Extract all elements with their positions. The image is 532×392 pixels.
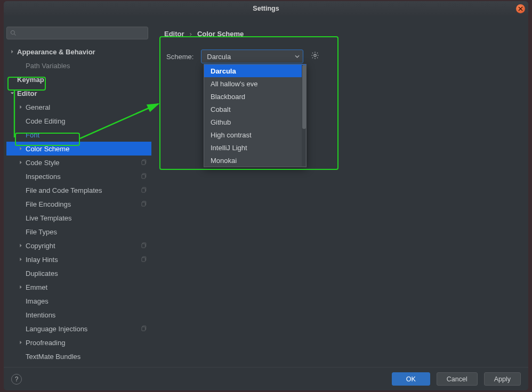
svg-rect-6 [142,188,145,192]
tree-item[interactable]: File Encodings [6,197,151,211]
scheme-option[interactable]: Github [204,116,306,128]
settings-search-input[interactable] [19,29,144,37]
search-icon [10,30,17,36]
tree-item-label: Language Injections [26,325,87,333]
tree-item[interactable]: Appearance & Behavior [6,45,151,59]
caret-right-icon [18,340,23,345]
scope-icon [141,256,147,264]
tree-item-label: Editor [17,89,37,97]
scheme-option[interactable]: All hallow's eve [204,77,306,90]
svg-rect-10 [142,243,145,247]
tree-item-label: Keymap [17,76,44,84]
tree-item[interactable]: Code Style [6,156,151,169]
svg-rect-12 [142,257,145,261]
tree-item-label: Path Variables [26,62,70,70]
tree-item[interactable]: Inspections [6,169,151,183]
tree-item-label: Copyright [26,242,55,250]
tree-item[interactable]: Live Templates [6,211,151,225]
tree-item[interactable]: Inlay Hints [6,252,151,266]
tree-item-label: Images [26,297,49,305]
caret-right-icon [18,243,23,248]
tree-item-label: Intentions [26,311,55,319]
tree-item[interactable]: Proofreading [6,336,151,349]
tree-item[interactable]: Language Injections [6,322,151,336]
tree-item[interactable]: Color Scheme [6,142,151,156]
tree-item[interactable]: Copyright [6,239,151,252]
apply-button[interactable]: Apply [484,372,521,386]
tree-item[interactable]: Path Variables [6,59,151,72]
tree-item-label: Inlay Hints [26,256,58,264]
scheme-select[interactable]: Darcula [201,50,303,63]
settings-search[interactable] [6,27,148,39]
caret-right-icon [18,160,23,165]
tree-item[interactable]: Duplicates [6,266,151,280]
titlebar: Settings [4,1,528,16]
svg-rect-2 [142,160,145,164]
caret-right-icon [18,104,23,110]
tree-item[interactable]: Code Editing [6,114,151,128]
breadcrumb-root[interactable]: Editor [164,30,184,38]
caret-right-icon [18,284,23,290]
scheme-option[interactable]: High contrast [204,128,306,141]
help-button[interactable]: ? [11,374,22,385]
breadcrumb-current: Color Scheme [197,30,244,38]
tree-item[interactable]: Keymap [6,72,151,86]
tree-item-label: Color Scheme [26,145,69,153]
tree-item-label: File and Code Templates [26,186,102,194]
scheme-select-value: Darcula [207,53,231,61]
scheme-option[interactable]: IntelliJ Light [204,141,306,154]
caret-right-icon [10,49,15,54]
tree-item-label: Appearance & Behavior [17,48,95,56]
dropdown-scrollbar-thumb[interactable] [302,65,306,129]
settings-dialog: Settings Appearance & BehaviorPath Varia… [4,1,528,390]
tree-item-label: General [26,103,50,111]
gear-icon[interactable] [311,51,319,62]
tree-item-label: Duplicates [26,270,58,277]
window-title: Settings [253,5,279,12]
scheme-option[interactable]: Monokai [204,154,306,167]
ok-button[interactable]: OK [392,372,430,386]
cancel-button[interactable]: Cancel [437,372,478,386]
scope-icon [141,173,147,181]
tree-item[interactable]: Font [6,128,151,142]
tree-item-label: Proofreading [26,339,65,347]
scheme-label: Scheme: [166,53,194,61]
scope-icon [141,242,147,250]
tree-item[interactable]: File Types [6,225,151,239]
tree-item[interactable]: Images [6,294,151,308]
svg-rect-14 [142,326,145,330]
svg-point-0 [11,31,15,35]
scope-icon [141,325,147,333]
tree-item-label: Code Editing [26,117,65,125]
settings-sidebar: Appearance & BehaviorPath VariablesKeyma… [6,27,151,378]
breadcrumb: Editor › Color Scheme [161,27,522,45]
settings-main: Editor › Color Scheme Scheme: Darcula Da… [161,27,522,365]
close-button[interactable] [516,4,525,13]
scheme-option[interactable]: Darcula [204,64,306,77]
scheme-dropdown[interactable]: DarculaAll hallow's eveBlackboardCobaltG… [204,64,307,167]
tree-item-label: TextMate Bundles [26,353,80,361]
svg-rect-4 [142,174,145,178]
scheme-option[interactable]: Cobalt [204,103,306,116]
caret-down-icon [10,91,15,96]
scope-icon [141,159,147,167]
tree-item[interactable]: TextMate Bundles [6,349,151,363]
caret-right-icon [18,146,23,151]
tree-item[interactable]: Editor [6,86,151,100]
scope-icon [141,200,147,208]
tree-item[interactable]: File and Code Templates [6,183,151,197]
tree-item-label: Code Style [26,159,60,167]
scheme-option[interactable]: Blackboard [204,90,306,103]
dialog-footer: ? OK Cancel Apply [4,367,528,390]
tree-item-label: Emmet [26,283,47,291]
tree-item[interactable]: Intentions [6,308,151,322]
chevron-down-icon [295,53,300,61]
svg-point-15 [314,54,316,56]
tree-item[interactable]: General [6,100,151,114]
tree-item[interactable]: Emmet [6,280,151,294]
scope-icon [141,186,147,194]
tree-item-label: Live Templates [26,214,71,222]
tree-item-label: Font [26,131,39,139]
tree-item-label: File Types [26,228,57,236]
tree-item-label: File Encodings [26,200,71,208]
